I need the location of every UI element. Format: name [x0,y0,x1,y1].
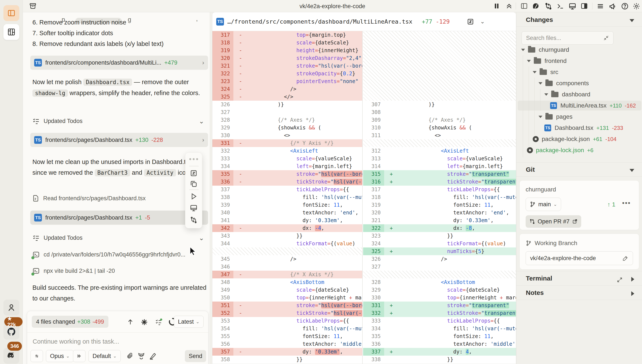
open-pr-label: Open PR #7 [538,218,570,225]
settings-gear-icon[interactable] [632,2,640,10]
caret-down-icon[interactable] [538,82,542,84]
help-icon[interactable] [621,2,629,10]
todo-list-item: 7. Softer tooltip indicator dots [33,28,207,38]
composer: 4 files changed +308 -499 Latest ⌄ Conti… [27,311,209,364]
chevron-down-icon[interactable]: ⌄ [199,234,204,242]
send-button[interactable]: Send [185,350,206,362]
monitor-icon[interactable] [568,2,576,10]
diff-code-line: 312 <AxisLeft [363,147,516,155]
caret-down-icon[interactable] [521,49,525,51]
changes-section-header[interactable]: Changes [526,16,553,24]
collapse-up-icon[interactable] [505,2,513,10]
section-expand-icon[interactable] [631,277,634,282]
attachment-icon[interactable] [126,352,134,360]
tree-item-multilinearea-tsx[interactable]: TSMultiLineArea.tsx+110-162 [518,101,641,110]
diff-code-line: 350 top={innerHeight + margin.top} [212,294,362,302]
working-branch-value: vk/4e2a-explore-the-code [530,255,596,262]
monitor-icon[interactable] [190,204,198,212]
edit-note-icon[interactable] [190,169,198,177]
fast-forward-button[interactable] [73,350,86,362]
files-changed-pill[interactable]: 4 files changed +308 -499 [32,316,109,328]
open-pr-button[interactable]: Open PR #7 [526,215,581,228]
tree-item-label: dashboard [562,91,590,98]
line-number: 330 [363,294,384,302]
chevron-right-icon[interactable]: › [202,136,204,143]
caret-down-icon[interactable] [538,116,542,118]
file-search-input[interactable]: Search files... [521,31,613,45]
chat-bubble-icon[interactable] [532,2,540,10]
tree-item-label: package-lock.json [536,147,584,154]
cat-icon[interactable] [137,352,145,360]
git-section-header[interactable]: Git [526,166,535,173]
section-collapse-icon[interactable] [629,19,634,22]
caret-down-icon[interactable] [527,60,531,62]
file-change-card[interactable]: TSfrontend/src/components/dashboard/Mult… [30,56,208,70]
tree-item-package-lock-json[interactable]: package-lock.json+61-104 [518,134,641,144]
branch-name: main [538,201,551,208]
panel-right-icon[interactable] [580,2,588,10]
folder-icon [534,58,541,64]
pause-icon[interactable] [493,2,500,10]
composer-settings-button[interactable] [31,350,43,362]
terminal-section-header[interactable]: Terminal [526,275,552,282]
tree-item-pages[interactable]: pages [518,112,641,122]
signature-pen-icon[interactable] [149,352,157,360]
chevron-down-icon[interactable]: ⌄ [199,118,204,125]
todo-list-icon[interactable] [155,318,163,326]
added-count: +6 [587,147,593,154]
board-view-button[interactable] [4,24,19,40]
scroll-up-icon[interactable] [127,318,134,326]
diff-new-pane[interactable]: 307 )}308309 {/* Axes */}310 {showAxis &… [363,31,516,364]
burst-icon[interactable] [140,318,148,326]
terminal-icon[interactable] [556,2,564,10]
read-file-row[interactable]: Read frontend/src/pages/Dashboard.tsx [33,195,146,202]
notes-section-header[interactable]: Notes [526,289,544,296]
chevron-right-icon[interactable]: › [202,59,204,66]
megaphone-icon[interactable] [608,2,617,10]
section-collapse-icon[interactable] [629,169,634,172]
branch-selector[interactable]: main ⌄ [526,198,561,211]
git-compare-icon[interactable] [544,2,552,10]
terminal-command-row[interactable]: cd /private/var/folders/10/h7w0q46556ggr… [33,251,185,258]
more-options-icon[interactable] [189,158,198,160]
tree-item-package-lock-json[interactable]: package-lock.json+6 [518,145,641,155]
git-compare-icon[interactable] [190,216,198,224]
tree-item-dashboard-tsx[interactable]: TSDashboard.tsx+131-233 [518,123,641,133]
mode-selector[interactable]: Default ⌄ [89,350,121,362]
terminal-command-row[interactable]: npx vite build 2>&1 | tail -20 [33,267,115,274]
model-selector[interactable]: Opus ⌄ [46,350,74,362]
layout-panel-button[interactable] [4,5,19,21]
chevron-down-icon[interactable]: ⌄ [480,18,485,25]
file-change-card[interactable]: TSfrontend/src/pages/Dashboard.tsx+1-5 [30,210,208,225]
updated-todos-row[interactable]: Updated Todos ⌄ [33,118,204,125]
commits-ahead[interactable]: ↑ 1 [607,201,615,208]
diff-marker [233,356,247,363]
file-change-card[interactable]: TSfrontend/src/pages/Dashboard.tsx+130-2… [30,133,208,147]
menu-icon[interactable] [596,2,604,10]
updated-todos-row[interactable]: Updated Todos ⌄ [33,234,204,242]
tree-item-churnguard[interactable]: churnguard [518,45,641,55]
copy-icon[interactable] [190,180,198,188]
diff-mode-icon[interactable] [467,18,474,25]
play-icon[interactable] [190,192,198,200]
collapse-tree-icon[interactable] [603,35,609,41]
code-text: height={innerHeight} [247,46,362,54]
version-selector[interactable]: Latest ⌄ [174,316,204,328]
account-button[interactable] [4,300,19,316]
tree-item-src[interactable]: src [518,67,641,77]
code-text: top={innerHeight + margin.top} [247,294,362,302]
tree-item-dashboard[interactable]: dashboard [518,90,641,99]
diff-code-line: 338 }} [363,356,516,363]
tree-item-frontend[interactable]: frontend [518,56,641,66]
caret-down-icon[interactable] [544,93,548,96]
more-options-icon[interactable]: ••• [622,200,631,207]
panel-left-icon[interactable] [520,2,528,10]
caret-down-icon[interactable] [533,71,536,74]
expand-icon[interactable] [617,277,623,283]
tree-item-label: src [550,69,558,76]
diff-old-pane[interactable]: 317- top={margin.top}318- scale={dateSca… [212,31,363,364]
working-branch-input[interactable]: vk/4e2a-explore-the-code [526,251,633,265]
tree-item-components[interactable]: components [518,78,641,88]
section-expand-icon[interactable] [631,291,634,296]
message-input[interactable]: Continue working on this task... [33,338,119,345]
